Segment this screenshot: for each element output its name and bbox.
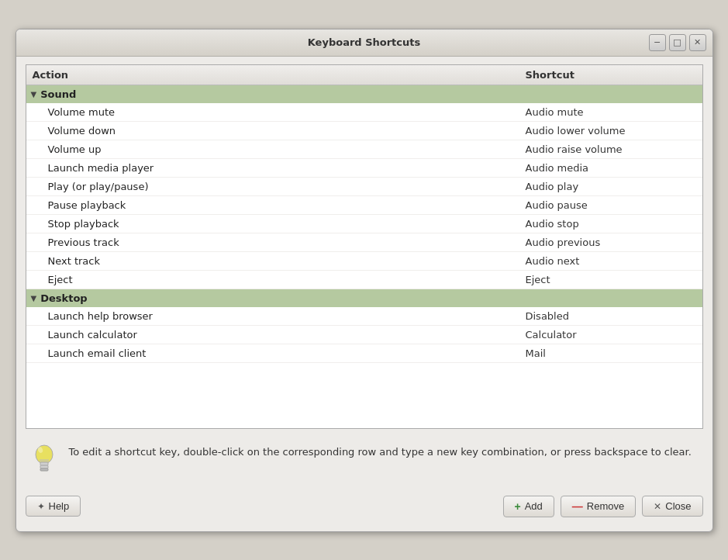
action-column-header: Action bbox=[33, 69, 526, 81]
table-body[interactable]: ▼Sound Volume mute Audio mute Volume dow… bbox=[26, 85, 702, 428]
action-cell: Launch media player bbox=[48, 162, 526, 174]
titlebar: Keyboard Shortcuts − □ ✕ bbox=[16, 29, 712, 57]
table-row[interactable]: Launch media player Audio media bbox=[26, 159, 702, 178]
shortcut-cell: Eject bbox=[526, 274, 696, 285]
action-cell: Previous track bbox=[48, 237, 526, 248]
table-row[interactable]: Launch email client Mail bbox=[26, 344, 702, 363]
remove-button[interactable]: — Remove bbox=[561, 496, 636, 517]
info-box: To edit a shortcut key, double-click on … bbox=[26, 435, 703, 486]
shortcut-column-header: Shortcut bbox=[526, 69, 696, 81]
shortcut-cell: Mail bbox=[526, 347, 696, 359]
group-row[interactable]: ▼Sound bbox=[26, 85, 702, 103]
shortcut-cell: Audio next bbox=[526, 255, 696, 267]
table-row[interactable]: Pause playback Audio pause bbox=[26, 196, 702, 215]
window-controls: − □ ✕ bbox=[649, 34, 706, 51]
window-title: Keyboard Shortcuts bbox=[308, 36, 420, 48]
add-button[interactable]: + Add bbox=[503, 496, 554, 517]
table-header: Action Shortcut bbox=[26, 65, 702, 85]
table-row[interactable]: Volume down Audio lower volume bbox=[26, 122, 702, 140]
shortcut-cell: Audio stop bbox=[526, 218, 696, 230]
shortcut-cell: Audio previous bbox=[526, 237, 696, 248]
close-window-button[interactable]: ✕ bbox=[689, 34, 706, 51]
shortcut-cell: Audio pause bbox=[526, 199, 696, 211]
help-button[interactable]: ✦ Help bbox=[26, 496, 81, 517]
add-icon: + bbox=[515, 500, 521, 513]
table-row[interactable]: Launch calculator Calculator bbox=[26, 326, 702, 344]
svg-rect-5 bbox=[40, 468, 48, 471]
table-row[interactable]: Eject Eject bbox=[26, 271, 702, 289]
close-icon: ✕ bbox=[654, 501, 661, 512]
action-cell: Launch help browser bbox=[48, 310, 526, 322]
shortcuts-table: Action Shortcut ▼Sound Volume mute Audio… bbox=[26, 64, 703, 429]
table-row[interactable]: Stop playback Audio stop bbox=[26, 215, 702, 233]
action-cell: Play (or play/pause) bbox=[48, 181, 526, 192]
table-row[interactable]: Next track Audio next bbox=[26, 252, 702, 271]
action-cell: Volume up bbox=[48, 143, 526, 155]
table-row[interactable]: Launch help browser Disabled bbox=[26, 307, 702, 326]
table-row[interactable]: Volume up Audio raise volume bbox=[26, 140, 702, 159]
help-icon: ✦ bbox=[37, 501, 45, 512]
action-cell: Stop playback bbox=[48, 218, 526, 230]
action-cell: Pause playback bbox=[48, 199, 526, 211]
lightbulb-icon-container bbox=[29, 441, 60, 480]
group-arrow-icon: ▼ bbox=[31, 294, 37, 302]
action-cell: Launch email client bbox=[48, 347, 526, 359]
shortcut-cell: Calculator bbox=[526, 329, 696, 340]
action-cell: Volume down bbox=[48, 125, 526, 137]
table-row[interactable]: Volume mute Audio mute bbox=[26, 103, 702, 122]
shortcut-cell: Disabled bbox=[526, 310, 696, 322]
action-cell: Launch calculator bbox=[48, 329, 526, 340]
svg-rect-3 bbox=[40, 462, 48, 465]
minimize-button[interactable]: − bbox=[649, 34, 666, 51]
shortcut-cell: Audio media bbox=[526, 162, 696, 174]
table-row[interactable]: Play (or play/pause) Audio play bbox=[26, 178, 702, 196]
remove-icon: — bbox=[572, 500, 583, 513]
action-cell: Eject bbox=[48, 274, 526, 285]
group-arrow-icon: ▼ bbox=[31, 90, 37, 99]
shortcut-cell: Audio mute bbox=[526, 106, 696, 118]
keyboard-shortcuts-window: Keyboard Shortcuts − □ ✕ Action Shortcut… bbox=[16, 29, 713, 532]
button-row: ✦ Help + Add — Remove ✕ Close bbox=[26, 493, 703, 524]
shortcut-cell: Audio play bbox=[526, 181, 696, 192]
maximize-button[interactable]: □ bbox=[669, 34, 686, 51]
action-cell: Volume mute bbox=[48, 106, 526, 118]
lightbulb-icon bbox=[32, 443, 57, 479]
group-name: Sound bbox=[40, 88, 76, 100]
info-text: To edit a shortcut key, double-click on … bbox=[69, 441, 692, 460]
table-row[interactable]: Previous track Audio previous bbox=[26, 233, 702, 252]
svg-rect-4 bbox=[40, 465, 48, 468]
window-content: Action Shortcut ▼Sound Volume mute Audio… bbox=[16, 57, 712, 531]
action-cell: Next track bbox=[48, 255, 526, 267]
group-row[interactable]: ▼Desktop bbox=[26, 289, 702, 307]
group-name: Desktop bbox=[40, 292, 87, 304]
shortcut-cell: Audio raise volume bbox=[526, 143, 696, 155]
shortcut-cell: Audio lower volume bbox=[526, 125, 696, 137]
close-button[interactable]: ✕ Close bbox=[642, 496, 702, 517]
